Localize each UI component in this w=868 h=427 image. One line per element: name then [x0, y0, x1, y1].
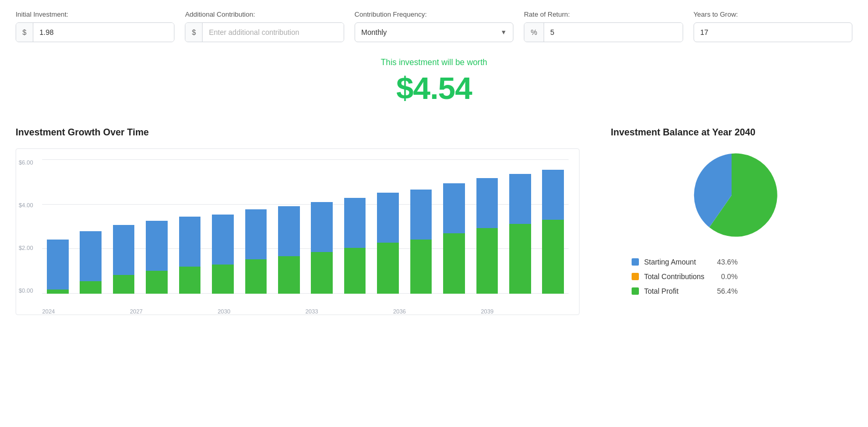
y-label-6: $6.00	[19, 159, 33, 166]
bar-group	[406, 159, 436, 294]
result-section: This investment will be worth $4.54	[16, 58, 852, 106]
pie-wrapper: Starting Amount 43.6% Total Contribution…	[611, 148, 852, 295]
additional-contribution-prefix: $	[185, 23, 203, 42]
initial-investment-input[interactable]	[33, 23, 174, 42]
legend-dot-starting	[632, 258, 639, 266]
rate-of-return-prefix: %	[524, 23, 544, 42]
bar-segment-starting	[344, 198, 366, 248]
bar-stack	[344, 198, 366, 294]
bar-segment-starting	[476, 178, 498, 228]
legend-label-contributions: Total Contributions	[644, 272, 716, 281]
bar-segment-starting	[245, 209, 267, 259]
bar-stack	[212, 215, 234, 294]
bar-stack	[245, 209, 267, 294]
bar-stack	[80, 231, 102, 294]
legend-dot-contributions	[632, 273, 639, 280]
bar-stack	[410, 190, 432, 294]
legend-item-profit: Total Profit 56.4%	[632, 287, 738, 295]
rate-of-return-input[interactable]	[544, 23, 683, 42]
bar-group	[141, 159, 172, 294]
additional-contribution-input[interactable]	[203, 23, 344, 42]
contribution-frequency-label: Contribution Frequency:	[355, 10, 513, 18]
y-label-2: $2.00	[19, 245, 33, 251]
pie-chart-title: Investment Balance at Year 2040	[611, 127, 852, 138]
result-label: This investment will be worth	[16, 58, 852, 67]
legend-label-profit: Total Profit	[644, 287, 712, 295]
bar-segment-profit	[80, 281, 102, 294]
inputs-row: Initial Investment: $ Additional Contrib…	[16, 10, 852, 42]
bar-segment-starting	[542, 170, 564, 220]
bars-area	[42, 159, 569, 294]
initial-investment-field-wrapper: $	[16, 22, 174, 42]
x-label: 2036	[393, 308, 437, 315]
legend-label-starting: Starting Amount	[644, 258, 712, 266]
bar-group	[273, 159, 304, 294]
x-label: 2030	[218, 308, 261, 315]
initial-investment-prefix: $	[16, 23, 33, 42]
charts-row: Investment Growth Over Time $6.00 $4.00 …	[16, 127, 852, 315]
bar-segment-profit	[179, 267, 201, 294]
bar-group	[207, 159, 238, 294]
bar-segment-profit	[212, 265, 234, 294]
y-axis-labels: $6.00 $4.00 $2.00 $0.00	[19, 159, 33, 294]
bar-segment-profit	[245, 259, 267, 294]
bar-segment-starting	[377, 193, 399, 243]
bar-segment-profit	[47, 290, 69, 294]
bar-group	[75, 159, 106, 294]
y-label-0: $0.00	[19, 287, 33, 294]
bar-segment-starting	[410, 190, 432, 240]
bar-stack	[47, 240, 69, 294]
bar-group	[538, 159, 569, 294]
bar-stack	[509, 174, 531, 294]
additional-contribution-label: Additional Contribution:	[185, 10, 344, 18]
rate-of-return-label: Rate of Return:	[524, 10, 683, 18]
pie-chart-svg	[685, 148, 778, 242]
years-to-grow-group: Years to Grow:	[694, 10, 852, 42]
bar-group	[174, 159, 205, 294]
bar-segment-starting	[212, 215, 234, 265]
bar-segment-starting	[278, 206, 300, 256]
x-label: 2027	[130, 308, 174, 315]
result-value: $4.54	[16, 70, 852, 106]
additional-contribution-field-wrapper: $	[185, 22, 344, 42]
initial-investment-label: Initial Investment:	[16, 10, 174, 18]
legend-item-contributions: Total Contributions 0.0%	[632, 272, 738, 281]
bar-segment-starting	[179, 217, 201, 267]
bar-segment-starting	[509, 174, 531, 224]
x-label: 2024	[42, 308, 86, 315]
bar-stack	[542, 170, 564, 294]
bar-group	[307, 159, 337, 294]
legend-pct-contributions: 0.0%	[721, 272, 738, 281]
pie-legend: Starting Amount 43.6% Total Contribution…	[632, 258, 738, 295]
bar-segment-starting	[47, 240, 69, 290]
years-to-grow-input[interactable]	[694, 22, 852, 42]
bar-segment-profit	[476, 228, 498, 294]
bar-group	[339, 159, 370, 294]
contribution-frequency-group: Contribution Frequency: Monthly Weekly A…	[355, 10, 513, 42]
years-to-grow-label: Years to Grow:	[694, 10, 852, 18]
bar-segment-starting	[311, 202, 333, 252]
bar-segment-starting	[80, 231, 102, 281]
contribution-frequency-select-wrapper: Monthly Weekly Annually Daily ▼	[355, 22, 513, 42]
bar-stack	[146, 221, 168, 294]
bar-segment-profit	[113, 275, 135, 294]
bar-stack	[278, 206, 300, 294]
bar-segment-starting	[443, 183, 465, 233]
bar-segment-profit	[542, 220, 564, 294]
bar-segment-starting	[113, 225, 135, 275]
bar-group	[505, 159, 535, 294]
bar-stack	[443, 183, 465, 294]
bar-segment-profit	[509, 224, 531, 294]
bar-stack	[179, 217, 201, 294]
rate-of-return-field-wrapper: %	[524, 22, 683, 42]
bar-group	[42, 159, 73, 294]
bar-chart-title: Investment Growth Over Time	[16, 127, 580, 138]
contribution-frequency-select[interactable]: Monthly Weekly Annually Daily	[355, 23, 513, 42]
bar-segment-profit	[443, 233, 465, 294]
additional-contribution-group: Additional Contribution: $	[185, 10, 344, 42]
bar-stack	[476, 178, 498, 294]
bar-stack	[377, 193, 399, 294]
bar-segment-profit	[344, 248, 366, 294]
x-labels: 202420272030203320362039	[42, 296, 569, 315]
legend-item-starting: Starting Amount 43.6%	[632, 258, 738, 266]
